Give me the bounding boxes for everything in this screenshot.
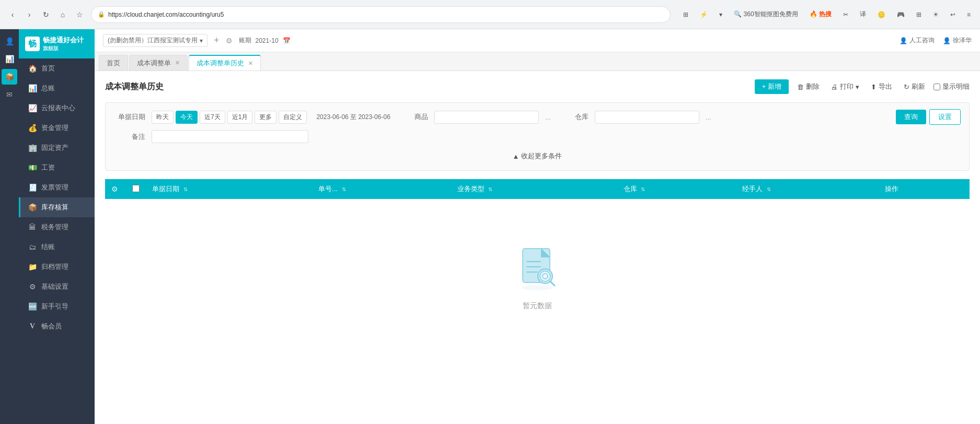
tab-cost-adjust[interactable]: 成本调整单 ✕ [129,55,188,70]
period-selector[interactable]: 账期 2021-10 📅 [239,36,291,45]
sidebar-item-assets[interactable]: 🏢 固定资产 [19,138,95,158]
refresh-icon: ↻ [904,83,909,91]
export-button[interactable]: ⬆ 导出 [868,80,895,93]
tab-cost-adjust-history[interactable]: 成本调整单历史 ✕ [189,55,261,70]
goods-more-btn[interactable]: ... [545,113,551,121]
theme-btn[interactable]: ☀ [929,9,943,20]
grid-btn[interactable]: ⊞ [912,9,926,20]
extensions-btn[interactable]: ⊞ [679,9,693,20]
remark-input[interactable] [152,130,308,143]
display-cols-input[interactable] [933,84,940,90]
service-btn[interactable]: 👤 人工咨询 [900,36,935,45]
company-name: (勿删勿禁用）江西报宝测试专用 [108,36,198,45]
filter-remark-label: 备注 [114,132,145,142]
address-bar[interactable]: 🔒 https://cloud.chanjet.com/accounting/u… [91,6,671,23]
th-number[interactable]: 单号... ⇅ [312,179,451,199]
coin-btn[interactable]: 🪙 [873,9,890,20]
sidebar-item-archive[interactable]: 📁 归档管理 [19,257,95,277]
forward-button[interactable]: › [22,7,37,22]
sidebar-item-inventory[interactable]: 📦 库存核算 [19,197,95,217]
sidebar-label-archive: 归档管理 [41,262,68,272]
menu-btn[interactable]: ≡ [963,9,975,20]
sidebar-item-home[interactable]: 🏠 首页 [19,58,95,78]
sidebar-item-payroll[interactable]: 💵 工资 [19,158,95,178]
warehouse-input[interactable] [595,111,699,124]
assets-icon: 🏢 [28,144,37,152]
add-button[interactable]: + 新增 [755,79,789,94]
refresh-browser-button[interactable]: ↻ [39,7,53,22]
home-icon: 🏠 [28,64,37,73]
rail-item-social[interactable]: 👤 [2,33,17,49]
user-name: 徐泽华 [953,36,972,45]
bookmark-button[interactable]: ☆ [72,7,87,22]
period-value: 2021-10 [256,37,279,44]
vip-icon: V [28,322,37,331]
game-btn[interactable]: 🎮 [893,9,909,20]
sidebar-label-tax: 税务管理 [41,222,68,232]
funds-icon: 💰 [28,124,37,132]
collapse-button[interactable]: ▲ 收起更多条件 [510,148,566,164]
th-warehouse[interactable]: 仓库 ⇅ [617,179,736,199]
date-btn-1month[interactable]: 近1月 [227,111,253,124]
rail-item-mail[interactable]: ✉ [2,87,17,102]
tab-cost-adjust-history-close[interactable]: ✕ [248,60,253,67]
select-all-checkbox[interactable] [132,185,140,192]
display-cols-checkbox[interactable]: 显示明细 [933,82,970,91]
tab-cost-adjust-close[interactable]: ✕ [175,60,180,66]
hot-search-btn[interactable]: 🔥 热搜 [805,8,836,21]
dropdown-btn[interactable]: ▾ [715,9,727,20]
rail-item-stats[interactable]: 📊 [2,51,17,67]
print-button[interactable]: 🖨 打印 ▾ [828,80,862,93]
sidebar-item-vip[interactable]: V 畅会员 [19,316,95,336]
scissors-btn[interactable]: ✂ [839,9,852,20]
page-content: 成本调整单历史 + 新增 🗑 删除 🖨 打印 ▾ ⬆ 导出 [95,71,980,424]
date-btn-yesterday[interactable]: 昨天 [152,111,174,124]
refresh-button[interactable]: ↻ 刷新 [901,80,928,93]
tab-home[interactable]: 首页 [99,55,128,70]
warehouse-more-btn[interactable]: ... [706,113,711,121]
user-btn[interactable]: 👤 徐泽华 [943,36,972,45]
th-date[interactable]: 单据日期 ⇅ [146,179,312,199]
filter-date-btns: 昨天 今天 近7天 近1月 更多 自定义 [152,111,307,124]
settings-gear-btn[interactable]: ⚙ [226,37,233,45]
date-btn-today[interactable]: 今天 [176,111,198,124]
service-icon: 👤 [900,37,907,44]
translate-btn[interactable]: 译 [856,8,870,21]
th-number-label: 单号... [318,185,338,193]
date-btn-7days[interactable]: 近7天 [200,111,225,124]
search-btn[interactable]: 🔍 360智能抠图免费用 [730,8,802,21]
home-browser-button[interactable]: ⌂ [55,7,70,22]
th-operator[interactable]: 经手人 ⇅ [736,179,879,199]
sidebar-item-closing[interactable]: 🗂 结账 [19,237,95,257]
empty-icon [511,241,563,293]
settings-button[interactable]: 设置 [929,109,961,125]
sidebar-item-tax[interactable]: 🏛 税务管理 [19,217,95,237]
query-button[interactable]: 查询 [896,110,926,124]
th-type-label: 业务类型 [457,185,485,193]
delete-button[interactable]: 🗑 删除 [794,80,823,93]
sidebar-item-settings[interactable]: ⚙ 基础设置 [19,277,95,297]
delete-label: 删除 [806,82,820,91]
rail-item-active[interactable]: 📦 [2,69,17,85]
add-company-btn[interactable]: + [214,35,220,46]
undo-btn[interactable]: ↩ [946,9,960,20]
sidebar-item-reports[interactable]: 📈 云报表中心 [19,98,95,118]
sidebar-item-funds[interactable]: 💰 资金管理 [19,118,95,138]
delete-icon: 🗑 [797,83,804,91]
sidebar-item-invoices[interactable]: 🧾 发票管理 [19,178,95,197]
filter-warehouse-label: 仓库 [557,112,589,122]
date-btn-more[interactable]: 更多 [255,111,276,124]
goods-input[interactable] [434,111,539,124]
company-selector[interactable]: (勿删勿禁用）江西报宝测试专用 ▾ [103,34,207,47]
sidebar-item-guide[interactable]: 🆕 新手引导 [19,297,95,316]
table-settings-icon[interactable]: ⚙ [111,185,118,193]
th-type[interactable]: 业务类型 ⇅ [451,179,617,199]
sidebar-item-ledger[interactable]: 📊 总账 [19,78,95,98]
sidebar-label-assets: 固定资产 [41,143,68,152]
sidebar-label-settings: 基础设置 [41,282,68,291]
tab-cost-adjust-label: 成本调整单 [137,58,171,68]
th-warehouse-sort-icon: ⇅ [641,186,645,192]
flash-btn[interactable]: ⚡ [696,9,712,20]
back-button[interactable]: ‹ [5,7,20,22]
date-btn-custom[interactable]: 自定义 [279,111,307,124]
